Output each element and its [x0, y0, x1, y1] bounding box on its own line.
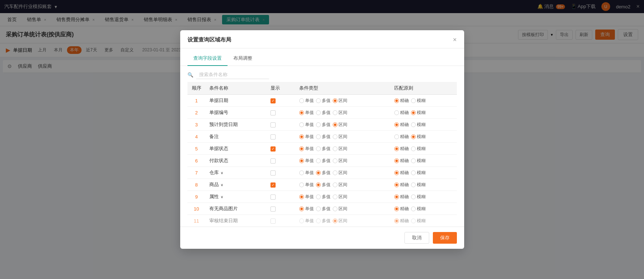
type-single-radio[interactable]: 单值	[299, 98, 314, 104]
type-single-radio[interactable]: 单值	[299, 194, 314, 200]
display-checkbox[interactable]: ✓	[270, 98, 276, 103]
row-display[interactable]: ✓	[267, 95, 296, 107]
row-display[interactable]	[267, 155, 296, 167]
radio-single-dot	[299, 98, 304, 103]
type-single-radio[interactable]: 单值	[299, 146, 314, 152]
display-checkbox[interactable]	[270, 158, 276, 164]
display-checkbox[interactable]	[270, 134, 276, 140]
match-exact-radio[interactable]: 精确	[394, 206, 409, 212]
row-type: 单值 多值 区间	[296, 143, 391, 155]
type-single-radio[interactable]: 单值	[299, 110, 314, 116]
match-exact-radio[interactable]: 精确	[394, 134, 409, 140]
radio-exact-dot	[394, 182, 399, 187]
type-multi-radio[interactable]: 多值	[316, 110, 331, 116]
match-fuzzy-radio[interactable]: 模糊	[411, 158, 426, 164]
radio-fuzzy-dot	[411, 194, 416, 199]
display-checkbox[interactable]	[270, 110, 276, 115]
type-range-radio[interactable]: 区间	[333, 206, 347, 212]
display-checkbox[interactable]	[270, 207, 276, 212]
match-exact-radio[interactable]: 精确	[394, 98, 409, 104]
type-multi-radio[interactable]: 多值	[316, 98, 331, 104]
match-fuzzy-radio[interactable]: 模糊	[411, 194, 426, 200]
cancel-button[interactable]: 取消	[404, 232, 429, 244]
display-checkbox[interactable]	[270, 219, 276, 224]
radio-single-dot	[299, 182, 304, 187]
row-display[interactable]	[267, 215, 296, 227]
match-fuzzy-radio[interactable]: 模糊	[411, 182, 426, 188]
type-multi-radio[interactable]: 多值	[316, 218, 331, 224]
row-name: 属性 ∨	[206, 191, 267, 203]
row-display[interactable]	[267, 107, 296, 119]
match-exact-radio[interactable]: 精确	[394, 170, 409, 176]
type-single-radio[interactable]: 单值	[299, 218, 314, 224]
match-fuzzy-radio[interactable]: 模糊	[411, 218, 426, 224]
type-multi-radio[interactable]: 多值	[316, 194, 331, 200]
row-display[interactable]	[267, 131, 296, 143]
row-order: 5	[187, 143, 206, 155]
row-display[interactable]: ✓	[267, 179, 296, 191]
dialog-close-btn[interactable]: ×	[453, 36, 457, 44]
type-multi-radio[interactable]: 多值	[316, 122, 331, 128]
th-order: 顺序	[187, 82, 206, 95]
display-checkbox[interactable]: ✓	[270, 182, 276, 188]
match-exact-radio[interactable]: 精确	[394, 218, 409, 224]
type-multi-radio[interactable]: 多值	[316, 170, 331, 176]
match-exact-radio[interactable]: 精确	[394, 158, 409, 164]
match-exact-radio[interactable]: 精确	[394, 110, 409, 116]
dialog-tab-query-fields[interactable]: 查询字段设置	[187, 53, 228, 66]
type-multi-radio[interactable]: 多值	[316, 134, 331, 140]
table-row: 11 审核结束日期 单值	[187, 215, 457, 227]
type-multi-radio[interactable]: 多值	[316, 206, 331, 212]
type-range-radio[interactable]: 区间	[333, 134, 347, 140]
type-range-radio[interactable]: 区间	[333, 146, 347, 152]
display-checkbox[interactable]	[270, 194, 276, 200]
match-fuzzy-radio[interactable]: 模糊	[411, 98, 426, 104]
type-range-radio[interactable]: 区间	[333, 194, 347, 200]
table-row: 5 单据状态 ✓ 单值	[187, 143, 457, 155]
match-fuzzy-radio[interactable]: 模糊	[411, 122, 426, 128]
save-button[interactable]: 保存	[433, 232, 457, 244]
radio-multi-dot	[316, 122, 321, 127]
type-range-radio[interactable]: 区间	[333, 122, 347, 128]
match-exact-radio[interactable]: 精确	[394, 194, 409, 200]
search-input[interactable]	[196, 70, 269, 79]
type-range-radio[interactable]: 区间	[333, 182, 347, 188]
type-range-radio[interactable]: 区间	[333, 98, 347, 104]
type-range-radio[interactable]: 区间	[333, 170, 347, 176]
type-range-radio[interactable]: 区间	[333, 110, 347, 116]
type-single-radio[interactable]: 单值	[299, 158, 314, 164]
match-exact-radio[interactable]: 精确	[394, 146, 409, 152]
match-fuzzy-radio[interactable]: 模糊	[411, 110, 426, 116]
match-fuzzy-radio[interactable]: 模糊	[411, 134, 426, 140]
type-range-radio[interactable]: 区间	[333, 218, 347, 224]
display-checkbox[interactable]	[270, 170, 276, 176]
display-checkbox[interactable]: ✓	[270, 146, 276, 152]
type-multi-radio[interactable]: 多值	[316, 182, 331, 188]
type-multi-radio[interactable]: 多值	[316, 146, 331, 152]
match-exact-radio[interactable]: 精确	[394, 122, 409, 128]
dialog-tab-layout[interactable]: 布局调整	[228, 53, 258, 66]
type-multi-radio[interactable]: 多值	[316, 158, 331, 164]
match-fuzzy-radio[interactable]: 模糊	[411, 170, 426, 176]
radio-range-dot	[333, 194, 337, 199]
row-display[interactable]: ✓	[267, 143, 296, 155]
match-fuzzy-radio[interactable]: 模糊	[411, 206, 426, 212]
radio-fuzzy-dot	[411, 170, 416, 175]
row-name: 有无商品图片	[206, 203, 267, 215]
match-fuzzy-radio[interactable]: 模糊	[411, 146, 426, 152]
type-single-radio[interactable]: 单值	[299, 206, 314, 212]
type-single-radio[interactable]: 单值	[299, 170, 314, 176]
type-single-radio[interactable]: 单值	[299, 122, 314, 128]
radio-range-dot	[333, 134, 337, 139]
row-display[interactable]	[267, 191, 296, 203]
type-range-radio[interactable]: 区间	[333, 158, 347, 164]
row-display[interactable]	[267, 119, 296, 131]
radio-fuzzy-dot	[411, 207, 416, 211]
radio-fuzzy-dot	[411, 146, 416, 151]
row-display[interactable]	[267, 167, 296, 179]
type-single-radio[interactable]: 单值	[299, 182, 314, 188]
row-display[interactable]	[267, 203, 296, 215]
type-single-radio[interactable]: 单值	[299, 134, 314, 140]
display-checkbox[interactable]	[270, 122, 276, 127]
match-exact-radio[interactable]: 精确	[394, 182, 409, 188]
